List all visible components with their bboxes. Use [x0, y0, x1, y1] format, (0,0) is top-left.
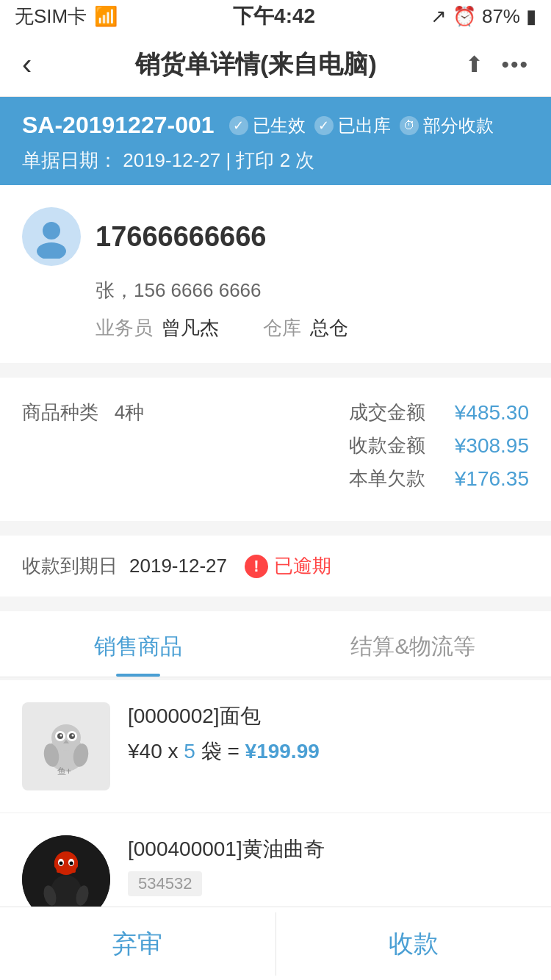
warehouse-label: 仓库 — [263, 315, 301, 341]
tag-outbound-label: 已出库 — [338, 114, 391, 137]
svg-point-0 — [43, 222, 60, 239]
product-thumb-1: 鱼+ — [22, 702, 110, 790]
wifi-icon: 📶 — [94, 5, 118, 28]
deal-amount-label: 成交金额 — [349, 400, 425, 425]
collect-payment-button[interactable]: 收款 — [276, 912, 552, 976]
clock-icon: ⏱ — [400, 116, 419, 135]
check-icon-1: ✓ — [229, 116, 248, 135]
nav-bar: ‹ 销货单详情(来自电脑) ⬆ ••• — [0, 32, 551, 97]
tag-partial-pay-label: 部分收款 — [423, 114, 494, 137]
tag-outbound: ✓ 已出库 — [314, 114, 391, 137]
date-label: 单据日期： — [22, 149, 118, 171]
product-item: 鱼+ [0000002]面包 ¥40 x 5 袋 = ¥199.99 — [0, 680, 551, 813]
svg-point-9 — [72, 735, 74, 737]
category-count: 4种 — [115, 401, 144, 423]
received-row: 收款金额 ¥308.95 — [349, 433, 529, 458]
location-icon: ↗ — [431, 5, 447, 28]
status-left: 无SIM卡 📶 — [15, 4, 118, 29]
due-date-value: 2019-12-27 — [129, 555, 227, 577]
tag-partial-pay: ⏱ 部分收款 — [400, 114, 494, 137]
tabs-row: 销售商品 结算&物流等 — [0, 611, 551, 677]
order-date-row: 单据日期： 2019-12-27 | 打印 2 次 — [22, 148, 529, 173]
owed-row: 本单欠款 ¥176.35 — [349, 466, 529, 491]
product-price-base-1: ¥40 — [128, 740, 162, 763]
status-right: ↗ ⏰ 87% ▮ — [431, 5, 536, 28]
product-total-1: ¥199.99 — [245, 740, 320, 763]
svg-rect-22 — [57, 868, 76, 873]
deal-amount-row: 成交金额 ¥485.30 — [349, 400, 529, 425]
received-value: ¥308.95 — [455, 434, 529, 458]
due-date-label: 收款到期日 — [22, 553, 118, 579]
product-batch-2: 534532 — [128, 871, 202, 896]
tag-effective-label: 已生效 — [253, 114, 306, 137]
bottom-bar: 弃审 收款 — [0, 907, 551, 980]
amount-info: 成交金额 ¥485.30 收款金额 ¥308.95 本单欠款 ¥176.35 — [349, 400, 529, 499]
back-button[interactable]: ‹ — [22, 48, 32, 81]
category-info: 商品种类 4种 — [22, 400, 144, 431]
overdue-text: 已逾期 — [274, 553, 331, 579]
salesman-value: 曾凡杰 — [162, 315, 219, 341]
order-id: SA-20191227-001 — [22, 112, 215, 139]
customer-phone: 17666666666 — [96, 221, 266, 253]
product-qty-1: 5 — [184, 740, 195, 763]
svg-point-20 — [60, 862, 63, 865]
product-multiply-1: x — [168, 740, 184, 763]
svg-point-1 — [37, 242, 66, 259]
owed-label: 本单欠款 — [349, 466, 425, 491]
tab-settlement-label: 结算&物流等 — [350, 634, 475, 658]
svg-point-21 — [70, 862, 73, 865]
tab-sales-products-label: 销售商品 — [94, 634, 182, 658]
overdue-icon: ! — [245, 555, 268, 578]
product-price-row-1: ¥40 x 5 袋 = ¥199.99 — [128, 738, 529, 765]
check-icon-2: ✓ — [314, 116, 334, 135]
due-date-section: 收款到期日 2019-12-27 ! 已逾期 — [0, 536, 551, 597]
customer-section: 17666666666 张，156 6666 6666 业务员 曾凡杰 仓库 总… — [0, 185, 551, 363]
carrier-text: 无SIM卡 — [15, 4, 87, 29]
product-name-1: [0000002]面包 — [128, 702, 529, 730]
battery-text: 87% — [482, 5, 520, 28]
deal-amount-value: ¥485.30 — [455, 401, 529, 425]
tab-sales-products[interactable]: 销售商品 — [0, 611, 276, 677]
owed-value: ¥176.35 — [455, 467, 529, 491]
order-header-banner: SA-20191227-001 ✓ 已生效 ✓ 已出库 ⏱ 部分收款 单据日期：… — [0, 97, 551, 185]
customer-name-phone: 张，156 6666 6666 — [22, 278, 529, 303]
cancel-review-button[interactable]: 弃审 — [0, 912, 276, 976]
customer-meta: 业务员 曾凡杰 仓库 总仓 — [22, 315, 529, 341]
product-unit-1: 袋 — [201, 740, 222, 763]
avatar — [22, 207, 81, 266]
product-info-1: [0000002]面包 ¥40 x 5 袋 = ¥199.99 — [128, 702, 529, 765]
tag-effective: ✓ 已生效 — [229, 114, 306, 137]
svg-rect-17 — [54, 860, 78, 868]
more-icon[interactable]: ••• — [501, 52, 529, 77]
battery-icon: ▮ — [526, 5, 536, 28]
share-icon[interactable]: ⬆ — [465, 51, 483, 77]
order-id-row: SA-20191227-001 ✓ 已生效 ✓ 已出库 ⏱ 部分收款 — [22, 112, 529, 139]
svg-text:鱼+: 鱼+ — [57, 766, 71, 776]
warehouse-item: 仓库 总仓 — [263, 315, 348, 341]
status-tags: ✓ 已生效 ✓ 已出库 ⏱ 部分收款 — [229, 114, 494, 137]
product-name-2: [000400001]黄油曲奇 — [128, 835, 529, 863]
nav-icons: ⬆ ••• — [465, 51, 529, 77]
product-equals-1: = — [227, 740, 245, 763]
category-label: 商品种类 — [22, 401, 98, 423]
tab-settlement[interactable]: 结算&物流等 — [276, 611, 551, 677]
salesman-item: 业务员 曾凡杰 — [96, 315, 219, 341]
tabs-section: 销售商品 结算&物流等 — [0, 611, 551, 677]
order-date: 2019-12-27 — [123, 149, 220, 171]
status-time: 下午4:42 — [233, 2, 315, 30]
summary-section: 商品种类 4种 成交金额 ¥485.30 收款金额 ¥308.95 本单欠款 ¥… — [0, 378, 551, 521]
warehouse-value: 总仓 — [310, 315, 348, 341]
alarm-icon: ⏰ — [453, 5, 476, 28]
status-bar: 无SIM卡 📶 下午4:42 ↗ ⏰ 87% ▮ — [0, 0, 551, 32]
svg-point-8 — [60, 735, 62, 737]
print-info: | 打印 2 次 — [226, 149, 314, 171]
received-label: 收款金额 — [349, 433, 425, 458]
overdue-badge: ! 已逾期 — [245, 553, 331, 579]
customer-top: 17666666666 — [22, 207, 529, 266]
page-title: 销货单详情(来自电脑) — [46, 48, 465, 82]
salesman-label: 业务员 — [96, 315, 153, 341]
